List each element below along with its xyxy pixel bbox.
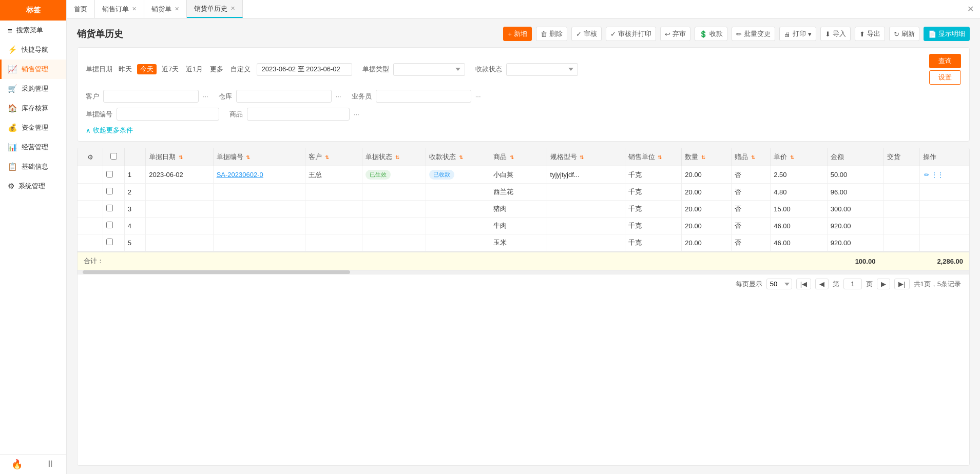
shortcut-7days[interactable]: 近7天 (160, 64, 181, 74)
col-customer[interactable]: 客户 ⇅ (305, 148, 362, 166)
page-number-input[interactable] (843, 279, 862, 289)
row-checkbox[interactable] (106, 188, 113, 194)
sidebar-item-stock-calc[interactable]: 🏠 库存核算 (0, 98, 66, 118)
first-page-btn[interactable]: |◀ (796, 279, 811, 289)
tab-sales-history-close[interactable]: ✕ (230, 5, 235, 12)
customer-input[interactable] (103, 90, 199, 103)
customer-cell (305, 201, 362, 218)
row-checkbox[interactable] (106, 222, 113, 228)
payment-status-cell: 已收款 (426, 166, 490, 184)
settings-button[interactable]: 设置 (929, 70, 961, 85)
page-size-select[interactable]: 50 100 (766, 279, 792, 289)
row-checkbox[interactable] (106, 205, 113, 211)
show-detail-button[interactable]: 📄 显示明细 (924, 27, 970, 41)
row-no-cell: 1 (124, 166, 145, 184)
shortcut-today[interactable]: 今天 (137, 64, 157, 74)
doc-no-input[interactable] (117, 108, 219, 121)
salesperson-dots[interactable]: ··· (475, 92, 481, 100)
doc-type-select[interactable] (393, 63, 465, 76)
sidebar-item-quick-nav[interactable]: ⚡ 快捷导航 (0, 40, 66, 60)
scroll-bar[interactable] (78, 270, 969, 274)
filter-group-date: 单据日期 昨天 今天 近7天 近1月 更多 自定义 (86, 63, 352, 76)
export-button[interactable]: ⬆ 导出 (855, 27, 885, 41)
col-doc-no[interactable]: 单据编号 ⇅ (213, 148, 305, 166)
col-gear[interactable]: ⚙ (78, 148, 103, 166)
check-cell (103, 201, 124, 218)
delete-button[interactable]: 🗑 删除 (536, 27, 567, 41)
salesperson-input[interactable] (376, 90, 471, 103)
prev-page-btn[interactable]: ◀ (815, 279, 829, 289)
col-doc-status[interactable]: 单据状态 ⇅ (362, 148, 426, 166)
sidebar-item-basic-info[interactable]: 📋 基础信息 (0, 157, 66, 176)
collapse-btn[interactable]: ∧ 收起更多条件 (86, 126, 961, 135)
next-page-btn[interactable]: ▶ (877, 279, 890, 289)
sidebar-collapse-btn[interactable]: ⏸ (46, 459, 55, 470)
sidebar: 标签 ≡ 搜索菜单 ⚡ 快捷导航 📈 销售管理 🛒 采购管理 🏠 库存核算 💰 … (0, 0, 67, 474)
edit-action-btn[interactable]: ✏ (923, 171, 930, 179)
audit-print-button[interactable]: ✓ 审核并打印 (606, 27, 656, 41)
action-cell (919, 184, 969, 201)
sidebar-item-sys-mgmt[interactable]: ⚙ 系统管理 (0, 176, 66, 196)
col-payment-status[interactable]: 收款状态 ⇅ (426, 148, 490, 166)
payment-status-select[interactable] (506, 63, 578, 76)
select-all-checkbox[interactable] (110, 153, 117, 160)
date-range-input[interactable] (257, 63, 352, 76)
sidebar-item-ops-mgmt[interactable]: 📊 经营管理 (0, 137, 66, 157)
sidebar-item-search-menu[interactable]: ≡ 搜索菜单 (0, 21, 66, 40)
tab-sales-history[interactable]: 销货单历史 ✕ (187, 0, 243, 18)
goods-input[interactable] (247, 108, 350, 121)
qty-cell: 20.00 (682, 218, 732, 234)
warehouse-input[interactable] (236, 90, 332, 103)
batch-change-button[interactable]: ✏ 批量变更 (732, 27, 775, 41)
tab-sales-order-close[interactable]: ✕ (132, 6, 137, 12)
shortcut-1month[interactable]: 近1月 (184, 64, 205, 74)
col-goods[interactable]: 商品 ⇅ (490, 148, 547, 166)
more-action-btn[interactable]: ⋮⋮ (930, 171, 945, 179)
sidebar-toggle-btn[interactable]: 🔥 (11, 459, 23, 470)
sidebar-item-label: 库存核算 (22, 104, 48, 113)
col-qty[interactable]: 数量 ⇅ (682, 148, 732, 166)
add-button[interactable]: + 新增 (503, 27, 532, 41)
sys-icon: ⚙ (8, 182, 14, 191)
warehouse-dots[interactable]: ··· (336, 92, 341, 100)
col-doc-date[interactable]: 单据日期 ⇅ (146, 148, 213, 166)
filter-row-2: 客户 ··· 仓库 ··· 业务员 ··· (86, 90, 961, 103)
sidebar-item-label: 快捷导航 (22, 45, 48, 54)
sidebar-item-sales-mgmt[interactable]: 📈 销售管理 (0, 60, 66, 79)
scroll-bar-thumb[interactable] (83, 270, 350, 274)
abandon-button[interactable]: ↩ 弃审 (660, 27, 690, 41)
pagination-bar: 每页显示 50 100 |◀ ◀ 第 页 ▶ ▶| 共1页，5条记录 (78, 274, 969, 293)
goods-dots[interactable]: ··· (354, 110, 359, 118)
print-button[interactable]: 🖨 打印 ▾ (779, 27, 816, 41)
collect-button[interactable]: 💲 收款 (695, 27, 727, 41)
shortcut-yesterday[interactable]: 昨天 (117, 64, 134, 74)
tab-sales-order[interactable]: 销售订单 ✕ (95, 0, 144, 18)
col-gift[interactable]: 赠品 ⇅ (732, 148, 771, 166)
customer-dots[interactable]: ··· (203, 92, 208, 100)
last-page-btn[interactable]: ▶| (894, 279, 909, 289)
trade-cell (884, 166, 919, 184)
shortcut-custom[interactable]: 自定义 (228, 64, 253, 74)
tab-sales-delivery[interactable]: 销货单 ✕ (144, 0, 187, 18)
doc-date-cell (146, 201, 213, 218)
unit-price-cell: 15.00 (771, 201, 828, 218)
close-all-tabs-btn[interactable]: ✕ (961, 4, 980, 14)
col-sales-unit[interactable]: 销售单位 ⇅ (625, 148, 682, 166)
refresh-button[interactable]: ↻ 刷新 (889, 27, 919, 41)
row-checkbox[interactable] (106, 239, 113, 245)
query-button[interactable]: 查询 (929, 54, 961, 68)
sidebar-item-funds-mgmt[interactable]: 💰 资金管理 (0, 118, 66, 137)
filter-group-salesperson: 业务员 ··· (352, 90, 481, 103)
col-spec[interactable]: 规格型号 ⇅ (547, 148, 625, 166)
row-checkbox[interactable] (106, 171, 113, 177)
shortcut-more[interactable]: 更多 (208, 64, 225, 74)
col-unit-price[interactable]: 单价 ⇅ (771, 148, 828, 166)
import-button[interactable]: ⬇ 导入 (820, 27, 851, 41)
doc-no-link[interactable]: SA-20230602-0 (217, 171, 263, 179)
sort-customer-icon: ⇅ (325, 154, 329, 160)
audit-button[interactable]: ✓ 审核 (571, 27, 602, 41)
doc-no-cell: SA-20230602-0 (213, 166, 305, 184)
tab-home[interactable]: 首页 (67, 0, 95, 18)
sidebar-item-purchase-mgmt[interactable]: 🛒 采购管理 (0, 79, 66, 98)
tab-sales-delivery-close[interactable]: ✕ (175, 6, 179, 12)
